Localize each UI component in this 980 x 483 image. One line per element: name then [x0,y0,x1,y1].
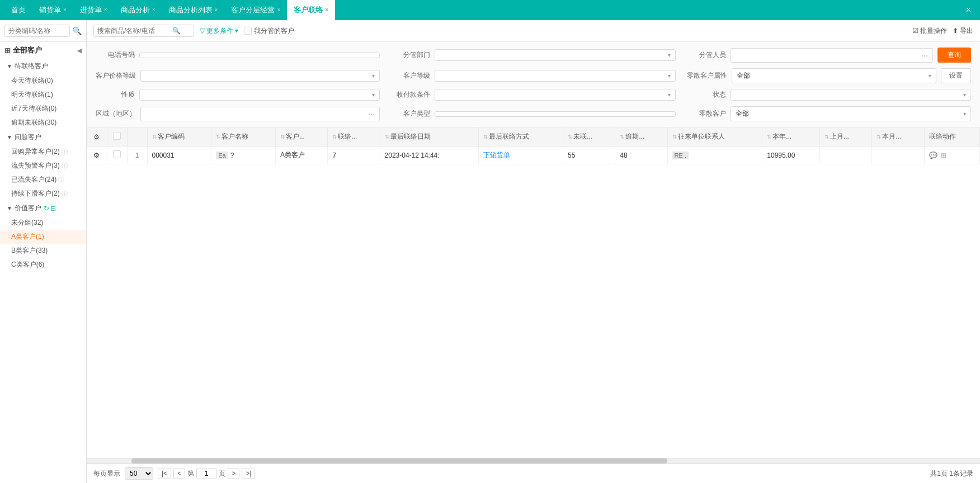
last-page-btn[interactable]: >| [242,468,255,479]
sidebar-group-problem[interactable]: ▼ 问题客户 [0,130,86,145]
filter-status-control[interactable]: ▾ [731,89,971,101]
collapse-sidebar-icon[interactable]: ◀ [77,48,82,54]
sidebar-item-a-class[interactable]: A类客户(1) [0,230,86,244]
close-all-tabs[interactable]: × [962,5,976,15]
filter-customer-level-control[interactable]: ▾ [435,70,675,82]
scrollbar-thumb[interactable] [131,458,667,463]
sidebar-item-ungrouped[interactable]: 未分组(32) [0,216,86,230]
chat-icon[interactable]: 💬 [929,151,937,159]
th-uncontacted[interactable]: ⇅未联... [563,127,615,146]
nav-product-analysis-list[interactable]: 商品分析列表 × [162,0,225,20]
sidebar-item-today-pending[interactable]: 今天待联络(0) [0,74,86,88]
first-page-btn[interactable]: |< [158,468,171,479]
grid-action-icon[interactable]: ⊞ [941,151,946,159]
filter-icon: ▽ [200,27,205,35]
th-last-contact-method[interactable]: ⇅最后联络方式 [478,127,563,146]
nav-purchase[interactable]: 进货单 × [73,0,114,20]
customer-level-chevron-icon: ▾ [668,73,671,79]
filter-nature-control[interactable]: ▾ [139,89,380,101]
th-customer-type[interactable]: ⇅客户... [275,127,327,146]
sidebar-search-input[interactable] [4,25,70,37]
th-check[interactable] [107,127,127,146]
sidebar-item-b-class[interactable]: B类客户(33) [0,244,86,258]
nav-sales-label: 销货单 [39,0,61,20]
row-gear[interactable]: ⚙ [87,146,107,164]
nav-sales-close[interactable]: × [63,0,67,20]
settings-button[interactable]: 设置 [941,68,971,83]
refresh-value-icon[interactable]: ↻ [44,205,49,212]
problem-arrow-icon: ▼ [7,134,12,140]
filter-search-icon[interactable]: 🔍 [172,27,181,35]
export-btn[interactable]: ⬆ 导出 [953,26,973,36]
filter-payment-control[interactable]: ▾ [435,89,675,101]
nav-purchase-close[interactable]: × [104,0,107,20]
sidebar-item-churn-warning[interactable]: 流失预警客户(3) ⓘ [0,159,86,173]
nav-product-analysis-close[interactable]: × [152,0,156,20]
th-partner-contact[interactable]: ⇅往来单位联系人 [667,127,762,146]
filter-phone-control[interactable] [139,53,380,58]
person-dots-icon: ··· [921,51,928,60]
th-overdue[interactable]: ⇅逾期... [615,127,667,146]
nav-sales[interactable]: 销货单 × [32,0,73,20]
header-checkbox[interactable] [113,132,121,140]
filter-search-box[interactable]: 🔍 [93,25,194,37]
nav-customer-stratification-close[interactable]: × [277,0,280,20]
filter-search-input[interactable] [97,27,170,35]
sidebar-all-customers[interactable]: ⊞ 全部客户 ◀ [0,42,86,59]
th-contact-label: 联络... [338,132,357,140]
th-last-contact-date[interactable]: ⇅最后联络日期 [380,127,478,146]
bottom-bar: 每页显示 50 20 100 |< < 第 页 > >| 共1页 1条记录 [87,463,980,483]
th-this-month[interactable]: ⇅本月... [872,127,924,146]
nav-customer-stratification[interactable]: 客户分层经营 × [224,0,287,20]
more-conditions-btn[interactable]: ▽ 更多条件 ▾ [200,26,238,36]
next-page-btn[interactable]: > [228,468,239,479]
th-this-year[interactable]: ⇅本年... [762,127,820,146]
th-code[interactable]: ⇅客户编码 [147,127,211,146]
th-contact[interactable]: ⇅联络... [328,127,380,146]
th-last-month[interactable]: ⇅上月... [819,127,871,146]
per-page-select[interactable]: 50 20 100 [125,467,153,480]
nav-home[interactable]: 首页 [4,0,32,20]
filter-retail-customer-control[interactable]: 全部▾ [731,106,971,121]
last-contact-method-link[interactable]: 下销货单 [483,151,510,159]
nav-customer-contact-close[interactable]: × [325,0,328,20]
my-customers-checkbox[interactable] [244,27,252,35]
sidebar-item-overdue[interactable]: 逾期未联络(30) [0,116,86,130]
row-last-contact-method[interactable]: 下销货单 [478,146,563,164]
th-code-label: 客户编码 [158,132,185,140]
sidebar-item-c-class[interactable]: C类客户(6) [0,258,86,272]
sidebar-group-pending[interactable]: ▼ 待联络客户 [0,59,86,74]
filter-person-control[interactable]: ··· [731,48,933,63]
sidebar-group-value[interactable]: ▼ 价值客户 ↻ ⊟ [0,201,86,216]
filter-retail-attr-control[interactable]: 全部▾ [732,68,936,83]
nav-product-analysis-list-close[interactable]: × [215,0,218,20]
filter-customer-type-control[interactable] [435,111,675,117]
row-name[interactable]: Ea ? [211,146,276,164]
filter-dept-control[interactable]: ▾ [435,49,675,61]
prev-page-btn[interactable]: < [173,468,185,479]
filter-region-control[interactable]: ··· [140,107,380,121]
filter-person: 分管人员 ··· 查询 [687,48,971,63]
sidebar-search-icon[interactable]: 🔍 [72,26,82,35]
th-name[interactable]: ⇅客户名称 [211,127,276,146]
problem-group-label: 问题客户 [15,132,41,142]
nav-customer-contact[interactable]: 客户联络 × [287,0,335,20]
row-checkbox-cell[interactable] [107,146,127,164]
row-checkbox[interactable] [113,150,121,158]
my-customers-checkbox-area[interactable]: 我分管的客户 [244,26,294,36]
nav-product-analysis[interactable]: 商品分析 × [114,0,162,20]
sidebar-item-churned[interactable]: 已流失客户(24) ⓘ [0,173,86,187]
query-button[interactable]: 查询 [937,48,971,63]
row-code[interactable]: 000031 [147,146,211,164]
page-number-input[interactable] [196,468,216,479]
filter-price-level-control[interactable]: ▾ [140,70,380,82]
churned-label: 已流失客户(24) [11,175,56,184]
batch-operation-btn[interactable]: ☑ 批量操作 [912,26,947,36]
sidebar-item-tomorrow-pending[interactable]: 明天待联络(1) [0,88,86,102]
sidebar-item-7days-pending[interactable]: 近7天待联络(0) [0,102,86,116]
horizontal-scrollbar[interactable] [87,458,980,463]
sidebar-item-declining[interactable]: 持续下滑客户(2) ⓘ [0,187,86,201]
sidebar-item-abnormal-repurchase[interactable]: 回购异常客户(2) ⓘ [0,145,86,159]
th-gear[interactable]: ⚙ [87,127,107,146]
settings-value-icon[interactable]: ⊟ [50,205,56,212]
